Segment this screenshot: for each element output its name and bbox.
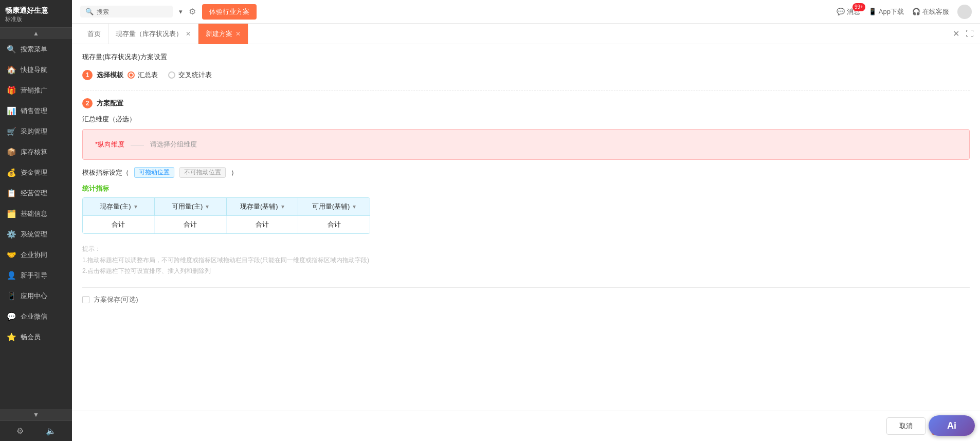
- sidebar-label-search-menu: 搜索菜单: [21, 45, 47, 54]
- dimension-row: *纵向维度 —— 请选择分组维度: [95, 140, 957, 149]
- close-panel-icon[interactable]: ✕: [953, 29, 959, 39]
- sidebar-nav: 🔍 搜索菜单 🏠 快捷导航 🎁 营销推广 📊 销售管理 🛒 采购管理 📦 库存核…: [0, 39, 72, 409]
- sidebar-item-business-mgmt[interactable]: 📋 经营管理: [0, 183, 72, 204]
- main-area: 🔍 ▾ ⚙ 体验行业方案 💬 消息 99+ 📱 App下载 🎧 在线客服: [72, 0, 980, 441]
- sidebar-item-basic-info[interactable]: 🗂️ 基础信息: [0, 204, 72, 224]
- sidebar-item-company-coop[interactable]: 🤝 企业协同: [0, 245, 72, 265]
- section-plan-config: 2 方案配置 汇总维度（必选） *纵向维度 —— 请选择分组维度 模板指标设定（: [82, 98, 970, 277]
- sidebar-label-business-mgmt: 经营管理: [21, 189, 47, 198]
- expand-icon[interactable]: ⛶: [966, 29, 974, 39]
- online-service-btn[interactable]: 🎧 在线客服: [912, 7, 949, 16]
- messages-btn[interactable]: 💬 消息 99+: [837, 7, 860, 16]
- sidebar-bottom: ⚙ 🔈: [0, 420, 72, 441]
- sidebar-item-marketing[interactable]: 🎁 营销推广: [0, 80, 72, 101]
- sidebar-item-search-menu[interactable]: 🔍 搜索菜单: [0, 39, 72, 60]
- sidebar-icon-purchase-mgmt: 🛒: [6, 126, 16, 137]
- sidebar-item-new-guide[interactable]: 👤 新手引导: [0, 265, 72, 286]
- stats-col-0[interactable]: 现存量(主) ▾: [83, 198, 155, 215]
- stats-col-3[interactable]: 可用量(基辅) ▾: [298, 198, 370, 215]
- stats-col-2[interactable]: 现存量(基辅) ▾: [227, 198, 299, 215]
- search-input[interactable]: [97, 8, 168, 15]
- indicator-setting: 模板指标设定（ 可拖动位置 不可拖动位置 ）: [82, 167, 970, 178]
- stats-col-dropdown-3[interactable]: ▾: [353, 203, 356, 210]
- sidebar-item-inventory[interactable]: 📦 库存核算: [0, 142, 72, 162]
- message-icon: 💬: [837, 8, 845, 15]
- headset-icon: 🎧: [912, 8, 920, 15]
- tab-inventory-close[interactable]: ✕: [186, 30, 191, 38]
- tab-inventory-status[interactable]: 现存量（库存状况表） ✕: [108, 24, 198, 44]
- tab-new-plan-close[interactable]: ✕: [235, 30, 241, 38]
- gear-icon[interactable]: ⚙: [189, 7, 196, 16]
- sidebar-label-marketing: 营销推广: [21, 86, 47, 95]
- section-choose-template: 1 选择模板 汇总表 交叉统计表: [82, 70, 970, 80]
- topbar-dropdown[interactable]: ▾: [179, 8, 183, 15]
- radio-cross[interactable]: 交叉统计表: [168, 70, 212, 80]
- stats-col-1[interactable]: 可用量(主) ▾: [155, 198, 227, 215]
- radio-cross-dot: [168, 71, 175, 79]
- search-icon: 🔍: [85, 8, 94, 15]
- stats-col-dropdown-1[interactable]: ▾: [206, 203, 209, 210]
- save-label: 方案保存(可选): [94, 295, 138, 304]
- sidebar-item-system-mgmt[interactable]: ⚙️ 系统管理: [0, 224, 72, 245]
- sidebar-item-vip[interactable]: ⭐ 畅会员: [0, 327, 72, 347]
- sidebar-label-sales-mgmt: 销售管理: [21, 106, 47, 116]
- industry-btn[interactable]: 体验行业方案: [202, 4, 257, 20]
- stats-col-dropdown-0[interactable]: ▾: [134, 203, 137, 210]
- save-section: 方案保存(可选): [82, 287, 970, 304]
- sidebar-label-finance-mgmt: 资金管理: [21, 168, 47, 177]
- sidebar-icon-quick-nav: 🏠: [6, 65, 16, 75]
- dimension-dash: ——: [131, 141, 144, 149]
- stats-col-label-1: 可用量(主): [172, 202, 203, 211]
- template-radio-group: 汇总表 交叉统计表: [128, 70, 212, 80]
- tips-section: 提示： 1.拖动标题栏可以调整布局，不可跨维度或指标区域拖动栏目字段(只能在同一…: [82, 244, 970, 277]
- sidebar-item-purchase-mgmt[interactable]: 🛒 采购管理: [0, 121, 72, 142]
- user-avatar[interactable]: [957, 5, 972, 19]
- sidebar-item-sales-mgmt[interactable]: 📊 销售管理: [0, 101, 72, 121]
- sidebar-item-app-center[interactable]: 📱 应用中心: [0, 286, 72, 306]
- sidebar: 畅康通好生意 标准版 ▲ 🔍 搜索菜单 🏠 快捷导航 🎁 营销推广 📊 销售管理…: [0, 0, 72, 441]
- sidebar-item-enterprise-wx[interactable]: 💬 企业微信: [0, 306, 72, 327]
- section1-number: 1: [82, 70, 93, 80]
- radio-summary[interactable]: 汇总表: [128, 70, 158, 80]
- app-edition: 标准版: [5, 15, 67, 23]
- sidebar-label-vip: 畅会员: [21, 333, 41, 342]
- sidebar-item-finance-mgmt[interactable]: 💰 资金管理: [0, 162, 72, 183]
- not-draggable-label: 不可拖动位置: [184, 168, 221, 177]
- sidebar-icon-sales-mgmt: 📊: [6, 106, 16, 116]
- page-title: 现存量(库存状况表)方案设置: [82, 52, 970, 62]
- dimension-label: 汇总维度（必选）: [82, 115, 970, 124]
- draggable-label: 可拖动位置: [139, 168, 170, 177]
- tip2: 2.点击标题栏下拉可设置排序、插入列和删除列: [82, 267, 211, 274]
- tab-home[interactable]: 首页: [80, 24, 108, 44]
- stats-cell-1: 合计: [155, 216, 227, 233]
- sidebar-scroll-up[interactable]: ▲: [0, 28, 72, 39]
- dimension-box[interactable]: *纵向维度 —— 请选择分组维度: [82, 129, 970, 160]
- radio-summary-label: 汇总表: [138, 70, 158, 80]
- sidebar-icon-company-coop: 🤝: [6, 250, 16, 260]
- tab-home-label: 首页: [87, 29, 101, 39]
- save-checkbox[interactable]: [82, 296, 89, 303]
- tabs-right-actions: ✕ ⛶: [953, 29, 980, 39]
- cancel-button[interactable]: 取消: [886, 417, 925, 435]
- sidebar-label-app-center: 应用中心: [21, 291, 47, 301]
- sidebar-item-quick-nav[interactable]: 🏠 快捷导航: [0, 60, 72, 80]
- speaker-icon[interactable]: 🔈: [46, 426, 56, 436]
- ai-bubble[interactable]: Ai: [929, 415, 975, 436]
- tab-new-plan[interactable]: 新建方案 ✕: [198, 24, 248, 44]
- indicator-setting-label: 模板指标设定（: [82, 168, 129, 177]
- tip1: 1.拖动标题栏可以调整布局，不可跨维度或指标区域拖动栏目字段(只能在同一维度或指…: [82, 256, 369, 264]
- topbar-right: 💬 消息 99+ 📱 App下载 🎧 在线客服: [837, 5, 972, 19]
- stats-col-dropdown-2[interactable]: ▾: [281, 203, 284, 210]
- sidebar-label-enterprise-wx: 企业微信: [21, 312, 47, 321]
- stats-cell-0: 合计: [83, 216, 155, 233]
- app-download-btn[interactable]: 📱 App下载: [868, 7, 904, 16]
- stats-table: 现存量(主) ▾ 可用量(主) ▾ 现存量(基辅) ▾ 可用量(基辅) ▾ 合计…: [82, 197, 370, 234]
- sidebar-icon-marketing: 🎁: [6, 85, 16, 96]
- search-box[interactable]: 🔍: [80, 6, 173, 17]
- section2-header: 2 方案配置: [82, 98, 970, 108]
- stats-header-row: 现存量(主) ▾ 可用量(主) ▾ 现存量(基辅) ▾ 可用量(基辅) ▾: [83, 198, 370, 216]
- content-area: 现存量(库存状况表)方案设置 1 选择模板 汇总表 交叉统计表: [72, 44, 980, 411]
- settings-icon[interactable]: ⚙: [16, 426, 24, 436]
- sidebar-icon-enterprise-wx: 💬: [6, 311, 16, 322]
- sidebar-scroll-down[interactable]: ▼: [0, 409, 72, 420]
